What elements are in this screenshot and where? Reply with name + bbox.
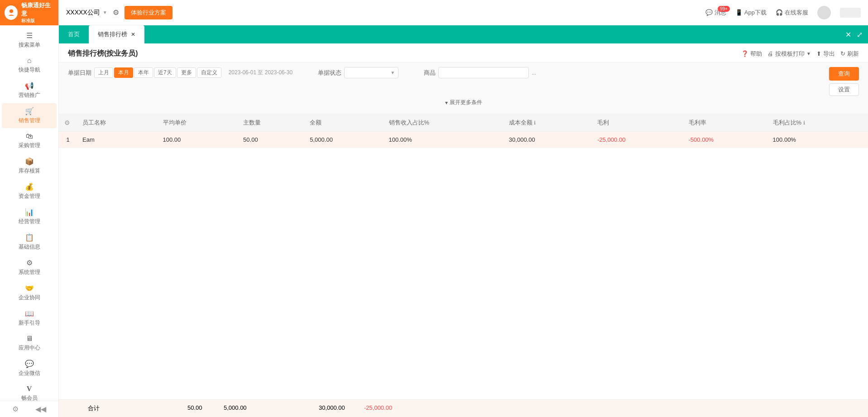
sidebar-item-cooperation[interactable]: 🤝 企业协同 <box>2 280 57 305</box>
cell-qty: 50.00 <box>238 132 304 148</box>
export-btn[interactable]: ⬆ 导出 <box>816 50 835 58</box>
sidebar-item-finance[interactable]: 💰 资金管理 <box>2 179 57 204</box>
col-gross-pct-info-icon[interactable]: ℹ <box>803 120 805 125</box>
settings-button[interactable]: ⚙ <box>113 8 119 17</box>
tab-restore-icon[interactable]: ⤢ <box>857 30 863 39</box>
col-cost-info-icon[interactable]: ℹ <box>534 120 536 125</box>
goods-more-link[interactable]: ... <box>532 70 536 76</box>
date-range-display: 2023-06-01 至 2023-06-30 <box>229 69 293 77</box>
sidebar-item-basic-info[interactable]: 📋 基础信息 <box>2 230 57 254</box>
sidebar-item-label: 企业微信 <box>19 369 40 377</box>
tab-bar: 首页 销售排行榜 ✕ ✕ ⤢ <box>59 25 868 43</box>
template-print-btn[interactable]: 🖨 按模板打印 ▼ <box>767 50 811 58</box>
sidebar-item-sales[interactable]: 🛒 销售管理 <box>2 103 57 128</box>
footer-cost: 30,000.00 <box>313 404 359 412</box>
app-download-btn[interactable]: 📱 App下载 <box>735 9 767 17</box>
home-icon: ⌂ <box>27 57 32 65</box>
page-header: 销售排行榜(按业务员) ❓ 帮助 🖨 按模板打印 ▼ ⬆ 导出 ↻ 刷新 <box>59 43 868 62</box>
sidebar-item-search[interactable]: ☰ 搜索菜单 <box>2 28 57 53</box>
collapse-icon[interactable]: ◀◀ <box>35 405 46 413</box>
sidebar-item-marketing[interactable]: 📢 营销推广 <box>2 78 57 103</box>
footer-qty: 50.00 <box>182 404 218 412</box>
cell-avg-price: 100.00 <box>158 132 238 148</box>
cell-cost: 30,000.00 <box>504 132 592 148</box>
sidebar-item-label: 搜索菜单 <box>19 41 40 49</box>
status-select[interactable] <box>344 67 398 78</box>
sidebar-item-label: 基础信息 <box>19 243 40 251</box>
goods-input[interactable] <box>438 67 529 78</box>
prev-month-btn[interactable]: 上月 <box>94 67 113 78</box>
table-wrap: ⚙ 员工名称 平均单价 主数量 全额 销售收入占比% 成本全额 ℹ 毛利 毛利率 <box>59 114 868 399</box>
sidebar-item-label: 企业协同 <box>19 294 40 302</box>
page-content: 销售排行榜(按业务员) ❓ 帮助 🖨 按模板打印 ▼ ⬆ 导出 ↻ 刷新 <box>59 43 868 417</box>
last7days-btn[interactable]: 近7天 <box>154 67 176 78</box>
filter-settings-button[interactable]: 设置 <box>829 83 859 96</box>
footer-total-label: 合计 <box>82 404 137 412</box>
col-settings-icon[interactable]: ⚙ <box>64 119 70 126</box>
sidebar-item-system[interactable]: ⚙ 系统管理 <box>2 255 57 280</box>
tab-close-all-icon[interactable]: ✕ <box>845 30 851 39</box>
col-name: 员工名称 <box>77 114 158 132</box>
sidebar-item-wechat[interactable]: 💬 企业微信 <box>2 356 57 381</box>
message-badge: 99+ <box>718 6 730 12</box>
app-center-icon: 🖥 <box>26 335 33 343</box>
date-filter: 单据日期 上月 本月 本年 近7天 更多 自定义 <box>68 67 221 78</box>
footer-gross-pct <box>445 404 485 412</box>
current-year-btn[interactable]: 本年 <box>134 67 153 78</box>
col-gross-pct-label: 毛利占比% <box>773 119 802 126</box>
sidebar-item-purchase[interactable]: 🛍 采购管理 <box>2 129 57 153</box>
purchase-icon: 🛍 <box>26 132 33 140</box>
sidebar-item-app-center[interactable]: 🖥 应用中心 <box>2 331 57 355</box>
col-sales-pct: 销售收入占比% <box>384 114 504 132</box>
cell-rank: 1 <box>59 132 77 148</box>
col-qty: 主数量 <box>238 114 304 132</box>
sidebar-nav: ☰ 搜索菜单 ⌂ 快捷导航 📢 营销推广 🛒 销售管理 🛍 采购管理 📦 库存核… <box>0 25 58 401</box>
table-row: 1 Eam 100.00 50.00 5,000.00 100.00% 30,0… <box>59 132 868 148</box>
filter-area: 单据日期 上月 本月 本年 近7天 更多 自定义 2023-06-01 至 20… <box>59 62 868 114</box>
sidebar-footer: ⚙ ◀◀ <box>0 401 58 417</box>
svg-point-0 <box>10 10 13 13</box>
sidebar-item-label: 新手引导 <box>19 319 40 327</box>
more-btn[interactable]: 更多 <box>177 67 196 78</box>
sidebar-item-guide[interactable]: 📖 新手引导 <box>2 306 57 331</box>
table-body: 1 Eam 100.00 50.00 5,000.00 100.00% 30,0… <box>59 132 868 148</box>
online-service-label: 在线客服 <box>785 9 808 17</box>
message-btn[interactable]: 💬 消息 99+ <box>705 9 726 17</box>
goods-filter: 商品 ... <box>424 67 536 78</box>
sidebar-item-inventory[interactable]: 📦 库存核算 <box>2 153 57 178</box>
online-service-btn[interactable]: 🎧 在线客服 <box>776 9 808 17</box>
sidebar-logo: 畅康通好生意 标准版 <box>0 0 58 25</box>
expand-conditions-btn[interactable]: ▾ 展开更多条件 <box>445 99 482 106</box>
custom-btn[interactable]: 自定义 <box>197 67 221 78</box>
tab-close-icon[interactable]: ✕ <box>131 31 135 38</box>
filter-left: 单据日期 上月 本月 本年 近7天 更多 自定义 2023-06-01 至 20… <box>68 67 822 78</box>
refresh-btn[interactable]: ↻ 刷新 <box>840 50 859 58</box>
sidebar-item-operations[interactable]: 📊 经营管理 <box>2 204 57 229</box>
company-dropdown-arrow: ▼ <box>103 10 107 15</box>
col-gross: 毛利 <box>592 114 683 132</box>
refresh-icon: ↻ <box>840 50 845 57</box>
col-amount: 全额 <box>304 114 383 132</box>
company-selector[interactable]: XXXXX公司 ▼ <box>66 9 107 17</box>
sidebar-item-member[interactable]: V 畅会员 <box>2 381 57 401</box>
query-button[interactable]: 查询 <box>829 67 859 81</box>
industry-btn[interactable]: 体验行业方案 <box>125 6 173 19</box>
tab-sales-rank[interactable]: 销售排行榜 ✕ <box>89 25 144 43</box>
current-month-btn[interactable]: 本月 <box>114 67 133 78</box>
headset-icon: 🎧 <box>776 9 783 16</box>
tab-home[interactable]: 首页 <box>59 25 89 43</box>
settings-footer-icon[interactable]: ⚙ <box>12 405 19 413</box>
status-filter-label: 单据状态 <box>318 69 341 77</box>
sidebar-item-quick-nav[interactable]: ⌂ 快捷导航 <box>2 53 57 77</box>
page-actions: ❓ 帮助 🖨 按模板打印 ▼ ⬆ 导出 ↻ 刷新 <box>741 50 859 58</box>
help-btn[interactable]: ❓ 帮助 <box>741 50 762 58</box>
col-cost: 成本全额 ℹ <box>504 114 592 132</box>
app-download-label: App下载 <box>744 9 767 17</box>
sidebar-item-label: 营销推广 <box>19 91 40 99</box>
tab-bar-actions: ✕ ⤢ <box>845 30 868 39</box>
footer-gross: -25,000.00 <box>359 404 404 412</box>
main-area: XXXXX公司 ▼ ⚙ 体验行业方案 💬 消息 99+ 📱 App下载 🎧 在线… <box>59 0 868 417</box>
operations-icon: 📊 <box>25 208 34 216</box>
cell-sales-pct: 100.00% <box>384 132 504 148</box>
filter-row-1: 单据日期 上月 本月 本年 近7天 更多 自定义 2023-06-01 至 20… <box>68 67 822 78</box>
